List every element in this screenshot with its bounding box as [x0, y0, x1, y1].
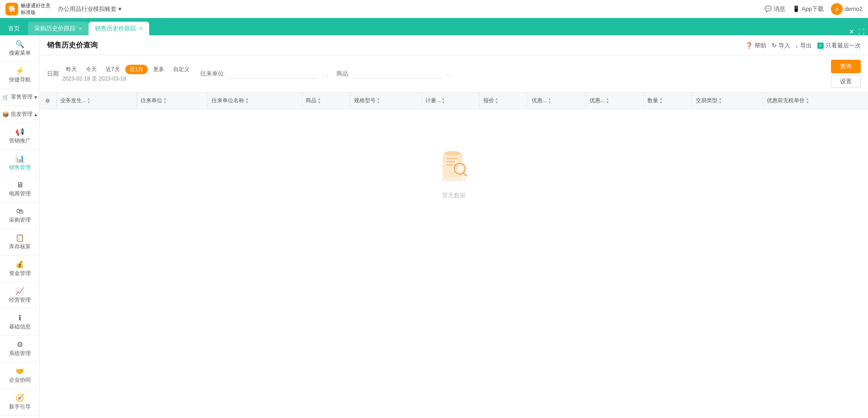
tab-bar: 首页 采购历史价跟踪 ✕ 销售历史价跟踪 ✕ ✕ ⛶: [0, 18, 868, 35]
close-window-icon[interactable]: ✕: [849, 28, 854, 35]
th-partner[interactable]: 往来单位 ▲▼: [137, 93, 208, 109]
table-container: ⚙ 业务发生... ▲▼ 往来单位 ▲▼: [40, 93, 868, 418]
export-button[interactable]: ↓ 导出: [796, 42, 812, 50]
operations-icon: 📈: [2, 287, 38, 295]
sidebar-item-search[interactable]: 🔍 搜索菜单: [0, 35, 39, 62]
help-icon: ❓: [745, 42, 753, 49]
th-discount1[interactable]: 优惠... ▲▼: [528, 93, 585, 109]
partner-filter-group: 往来单位 ...: [200, 69, 329, 79]
logo-icon: 畅: [5, 3, 18, 15]
basic-info-icon: ℹ: [2, 314, 38, 322]
sort-icon-trade-type: ▲▼: [718, 97, 722, 104]
sidebar-item-operations[interactable]: 📈 经营管理: [0, 282, 39, 309]
logo-text: 畅捷通好生意 标准版: [21, 2, 51, 15]
filter-settings-button[interactable]: 设置: [831, 75, 861, 88]
goods-filter-input[interactable]: [352, 69, 442, 79]
tab-sales-history[interactable]: 销售历史价跟踪 ✕: [89, 22, 149, 35]
sidebar-item-inventory[interactable]: 📋 库存核算: [0, 229, 39, 256]
date-chip-more[interactable]: 更多: [150, 65, 168, 74]
query-button[interactable]: 查询: [831, 60, 861, 73]
system-icon: ⚙: [2, 340, 38, 349]
sidebar-item-purchase[interactable]: 🛍 采购管理: [0, 203, 39, 229]
th-trade-type[interactable]: 交易类型 ▲▼: [692, 93, 763, 109]
th-partner-name[interactable]: 往来单位名称 ▲▼: [208, 93, 302, 109]
partner-dots-button[interactable]: ...: [321, 71, 329, 77]
sidebar-item-marketing[interactable]: 📢 营销推广: [0, 123, 39, 150]
svg-rect-3: [446, 158, 458, 159]
quick-nav-icon: ⚡: [2, 66, 38, 75]
date-chip-custom[interactable]: 自定义: [170, 65, 193, 74]
th-biz-date[interactable]: 业务发生... ▲▼: [56, 93, 137, 109]
partner-filter-input[interactable]: [227, 69, 318, 79]
sidebar-item-app-center[interactable]: 🔲 应用中心: [0, 416, 39, 418]
sort-icon-partner-name: ▲▼: [245, 97, 249, 104]
sort-icon-unit: ▲▼: [442, 97, 445, 104]
date-range-text: 2023-02-18 至 2023-03-18: [62, 75, 193, 83]
ecommerce-icon: 🖥: [2, 181, 38, 189]
retail-icon: 🛒: [2, 94, 9, 100]
th-pre-tax-price[interactable]: 优惠前无税单价 ▲▼: [763, 93, 868, 109]
svg-point-7: [457, 166, 463, 172]
sidebar-item-newbie[interactable]: 🧭 新手引导: [0, 389, 39, 416]
export-icon: ↓: [796, 42, 799, 49]
message-button[interactable]: 💬 消息: [764, 5, 785, 13]
goods-filter-label: 商品: [336, 70, 348, 78]
date-chip-1month[interactable]: 近1月: [125, 65, 148, 74]
sidebar-item-finance[interactable]: 💰 资金管理: [0, 256, 39, 282]
sidebar-item-basic-info[interactable]: ℹ 基础信息: [0, 309, 39, 336]
goods-dots-button[interactable]: ...: [446, 71, 453, 77]
th-discount2[interactable]: 优惠... ▲▼: [585, 93, 643, 109]
th-goods[interactable]: 商品 ▲▼: [302, 93, 350, 109]
date-chip-yesterday[interactable]: 昨天: [62, 65, 80, 74]
sort-icon-spec: ▲▼: [377, 97, 380, 104]
empty-icon: [434, 145, 474, 186]
tab2-close-icon[interactable]: ✕: [139, 26, 143, 32]
purchase-icon: 🛍: [2, 207, 38, 215]
app-download-button[interactable]: 📱 App下载: [793, 5, 824, 13]
svg-point-2: [444, 151, 461, 156]
sidebar-item-quick-nav[interactable]: ⚡ 快捷导航: [0, 62, 39, 89]
home-tab-label: 首页: [8, 24, 20, 33]
sidebar-item-ecommerce[interactable]: 🖥 电商管理: [0, 176, 39, 203]
last-once-checkbox[interactable]: ✓ 只看最后一次: [817, 42, 861, 50]
import-button[interactable]: ↻ 导入: [772, 42, 790, 50]
sidebar-item-system[interactable]: ⚙ 系统管理: [0, 336, 39, 362]
help-button[interactable]: ❓ 帮助: [745, 42, 766, 50]
th-unit[interactable]: 计量... ▲▼: [421, 93, 479, 109]
sidebar-item-enterprise[interactable]: 🤝 企业协同: [0, 362, 39, 389]
sort-icon-discount2: ▲▼: [606, 97, 609, 104]
app-selector[interactable]: 办公用品行业模拟账套 ▾: [54, 5, 125, 13]
page-actions: ❓ 帮助 ↻ 导入 ↓ 导出 ✓ 只看最后一次: [745, 42, 861, 50]
tab1-close-icon[interactable]: ✕: [78, 26, 82, 32]
avatar: d: [831, 3, 843, 15]
th-spec[interactable]: 规格型号 ▲▼: [350, 93, 421, 109]
tab-home[interactable]: 首页: [1, 22, 27, 35]
svg-line-8: [463, 173, 467, 176]
user-menu[interactable]: d demo2: [831, 3, 863, 15]
top-bar-left: 畅 畅捷通好生意 标准版 办公用品行业模拟账套 ▾: [5, 2, 125, 15]
sidebar-item-retail[interactable]: 🛒 零售管理 ▾: [0, 89, 39, 106]
date-chip-7days[interactable]: 近7天: [102, 65, 123, 74]
maximize-icon[interactable]: ⛶: [858, 28, 864, 35]
wholesale-icon: 📦: [2, 111, 9, 118]
import-icon: ↻: [772, 42, 777, 49]
sort-icon-discount1: ▲▼: [548, 97, 552, 104]
top-bar-right: 💬 消息 📱 App下载 d demo2: [764, 3, 863, 15]
date-chip-today[interactable]: 今天: [82, 65, 100, 74]
tab-purchase-history[interactable]: 采购历史价跟踪 ✕: [28, 22, 89, 35]
th-quote[interactable]: 报价 ▲▼: [479, 93, 528, 109]
sidebar-item-sales[interactable]: 📊 销售管理: [0, 150, 39, 176]
inventory-icon: 📋: [2, 233, 38, 242]
newbie-icon: 🧭: [2, 394, 38, 402]
sort-icon-qty: ▲▼: [659, 97, 663, 104]
sort-icon-pre-tax-price: ▲▼: [806, 97, 809, 104]
empty-state: 暂无数据: [40, 109, 868, 236]
th-qty[interactable]: 数量 ▲▼: [643, 93, 692, 109]
sidebar-item-wholesale[interactable]: 📦 批发管理 ▴: [0, 106, 39, 123]
tab1-label: 采购历史价跟踪: [34, 24, 75, 33]
th-settings[interactable]: ⚙: [40, 93, 56, 109]
finance-icon: 💰: [2, 260, 38, 269]
date-filter-group: 日期 昨天 今天 近7天 近1月 更多 自定义 2023-02-18 至 202…: [47, 65, 193, 83]
sort-icon-quote: ▲▼: [495, 97, 499, 104]
search-icon: 🔍: [2, 40, 38, 48]
